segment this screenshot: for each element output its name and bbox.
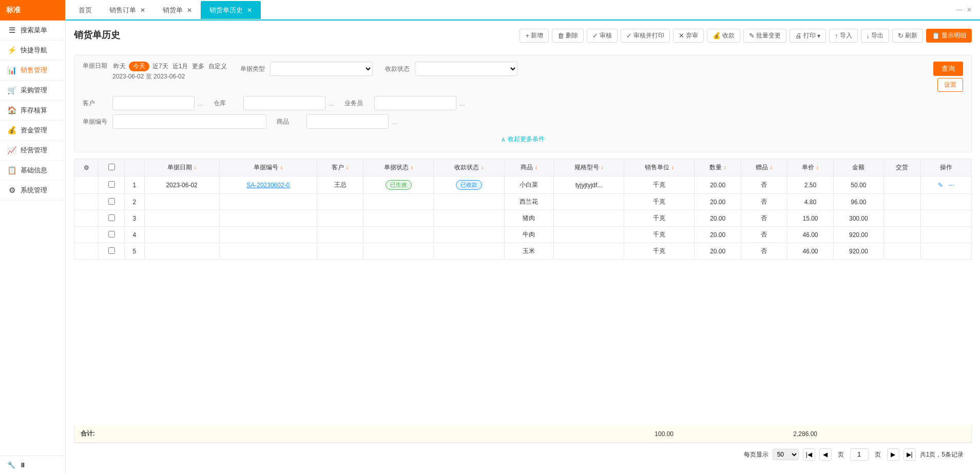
row-doc-number-cell[interactable]: [219, 194, 317, 210]
filter-staff-input[interactable]: [374, 96, 456, 110]
print-button[interactable]: 🖨 打印 ▾: [790, 29, 826, 43]
filter-staff: 业务员 ...: [344, 96, 465, 110]
filter-doc-number-input[interactable]: [112, 114, 266, 129]
col-qty[interactable]: 数量↕: [695, 159, 741, 176]
col-sale-unit[interactable]: 销售单位↕: [624, 159, 695, 176]
import-label: 导入: [840, 31, 852, 40]
col-product[interactable]: 商品↕: [504, 159, 553, 176]
row-checkbox-2[interactable]: [108, 214, 115, 221]
row-checkbox-cell[interactable]: [99, 176, 125, 194]
audit-print-button[interactable]: ✓ 审核并打印: [621, 29, 670, 43]
row-checkbox-cell[interactable]: [99, 210, 125, 227]
import-button[interactable]: ↑ 导入: [829, 29, 858, 43]
col-customer[interactable]: 客户↕: [317, 159, 363, 176]
tab-sales-delivery[interactable]: 销货单 ✕: [154, 1, 201, 19]
col-doc-number[interactable]: 单据编号↕: [219, 159, 317, 176]
audit-button[interactable]: ✓ 审核: [587, 29, 618, 43]
row-trade-cell: [883, 227, 921, 243]
filter-staff-select-icon[interactable]: ...: [459, 100, 465, 107]
row-doc-number-cell[interactable]: [219, 243, 317, 260]
show-detail-button[interactable]: 📋 显示明细: [926, 29, 972, 43]
add-button[interactable]: + 新增: [520, 29, 549, 43]
date-tab-yesterday[interactable]: 昨天: [112, 62, 127, 71]
filter-payment-status-select[interactable]: [415, 62, 517, 76]
page-number-input[interactable]: [850, 448, 869, 461]
filter-doc-type-select[interactable]: [270, 62, 373, 76]
collect-button[interactable]: 💰 收款: [707, 29, 740, 43]
sidebar-item-sales-mgmt[interactable]: 📊 销售管理: [0, 61, 65, 81]
sort-unit-price-icon: ↕: [816, 165, 819, 170]
row-doc-number-cell[interactable]: SA-20230602-0: [219, 176, 317, 194]
row-checkbox-cell[interactable]: [99, 194, 125, 210]
row-checkbox-3[interactable]: [108, 231, 115, 238]
col-gift[interactable]: 赠品↕: [741, 159, 787, 176]
row-checkbox-cell[interactable]: [99, 243, 125, 260]
select-all-checkbox[interactable]: [108, 164, 115, 170]
sidebar-item-purchase-mgmt[interactable]: 🛒 采购管理: [0, 81, 65, 101]
col-settings[interactable]: ⚙: [74, 159, 99, 176]
date-tab-today[interactable]: 今天: [129, 62, 149, 71]
per-page-select[interactable]: 50 100: [773, 449, 799, 460]
tab-home[interactable]: 首页: [70, 1, 101, 19]
sidebar-item-sys-mgmt[interactable]: ⚙ 系统管理: [0, 181, 65, 201]
delete-button[interactable]: 🗑 删除: [552, 29, 584, 43]
refresh-button[interactable]: ↻ 刷新: [892, 29, 923, 43]
window-minimize[interactable]: —: [956, 6, 963, 13]
toolbar: + 新增 🗑 删除 ✓ 审核 ✓ 审核并打印 ✕ 弃审: [520, 29, 972, 43]
sidebar-item-inventory[interactable]: 🏠 库存核算: [0, 101, 65, 121]
col-doc-status[interactable]: 单据状态↕: [363, 159, 434, 176]
row-doc-number-cell[interactable]: [219, 227, 317, 243]
filter-customer-select-icon[interactable]: ...: [198, 100, 203, 107]
sidebar-item-search-menu[interactable]: ☰ 搜索菜单: [0, 21, 65, 41]
filter-product-select-icon[interactable]: ...: [392, 118, 397, 126]
sidebar-item-finance-mgmt[interactable]: 💰 资金管理: [0, 121, 65, 141]
row-doc-number-cell[interactable]: [219, 210, 317, 227]
bottom-icon[interactable]: 🔧: [7, 461, 15, 469]
filter-customer-input[interactable]: [112, 96, 195, 110]
data-table: ⚙ 单据日期↕ 单据编号↕ 客户↕ 单据状态↕ 收款状态↕ 商品↕ 规格型号↕ …: [74, 159, 972, 260]
date-tab-more[interactable]: 更多: [191, 62, 205, 71]
edit-action-btn[interactable]: ✎: [938, 182, 943, 189]
row-action-cell: [921, 227, 972, 243]
window-close[interactable]: ✕: [967, 6, 972, 13]
row-checkbox-4[interactable]: [108, 247, 115, 254]
collapse-button[interactable]: ∧ 收起更多条件: [83, 133, 963, 146]
col-doc-date[interactable]: 单据日期↕: [144, 159, 219, 176]
query-button[interactable]: 查询: [933, 62, 963, 76]
row-checkbox-1[interactable]: [108, 198, 115, 205]
col-unit-price[interactable]: 单价↕: [787, 159, 833, 176]
date-tab-7days[interactable]: 近7天: [151, 62, 169, 71]
sidebar-item-ops-mgmt[interactable]: 📈 经营管理: [0, 141, 65, 161]
filter-product-input[interactable]: [306, 114, 389, 129]
row-customer-cell: [317, 227, 363, 243]
col-payment-status[interactable]: 收款状态↕: [434, 159, 504, 176]
export-button[interactable]: ↓ 导出: [861, 29, 890, 43]
prev-page-button[interactable]: ◀: [819, 448, 832, 461]
next-page-button[interactable]: ▶: [887, 448, 899, 461]
sidebar-item-quick-nav[interactable]: ⚡ 快捷导航: [0, 41, 65, 61]
tab-sales-order-close[interactable]: ✕: [140, 7, 145, 14]
more-action-btn[interactable]: ⋯: [948, 182, 954, 189]
doc-number-link[interactable]: SA-20230602-0: [246, 182, 290, 189]
col-spec[interactable]: 规格型号↕: [553, 159, 624, 176]
date-tab-1month[interactable]: 近1月: [171, 62, 189, 71]
filter-warehouse-input[interactable]: [243, 96, 325, 110]
settings-button[interactable]: 设置: [937, 78, 963, 92]
batch-change-button[interactable]: ✎ 批量变更: [743, 29, 786, 43]
tab-sales-history-close[interactable]: ✕: [247, 7, 252, 14]
col-checkbox[interactable]: [99, 159, 125, 176]
date-tab-custom[interactable]: 自定义: [207, 62, 228, 71]
row-spec-cell: tyjyjtyjdf...: [553, 176, 624, 194]
tab-sales-order[interactable]: 销售订单 ✕: [101, 1, 154, 19]
discard-button[interactable]: ✕ 弃审: [673, 29, 704, 43]
row-checkbox-cell[interactable]: [99, 227, 125, 243]
row-checkbox-0[interactable]: [108, 181, 115, 188]
bottom-icon2[interactable]: ⏸: [20, 461, 26, 469]
first-page-button[interactable]: |◀: [803, 448, 815, 461]
filter-warehouse-select-icon[interactable]: ...: [329, 100, 334, 107]
last-page-button[interactable]: ▶|: [904, 448, 916, 461]
row-doc-status-cell: [363, 210, 434, 227]
tab-sales-history[interactable]: 销货单历史 ✕: [201, 1, 261, 19]
sidebar-item-basic-info[interactable]: 📋 基础信息: [0, 161, 65, 181]
tab-sales-delivery-close[interactable]: ✕: [187, 7, 192, 14]
